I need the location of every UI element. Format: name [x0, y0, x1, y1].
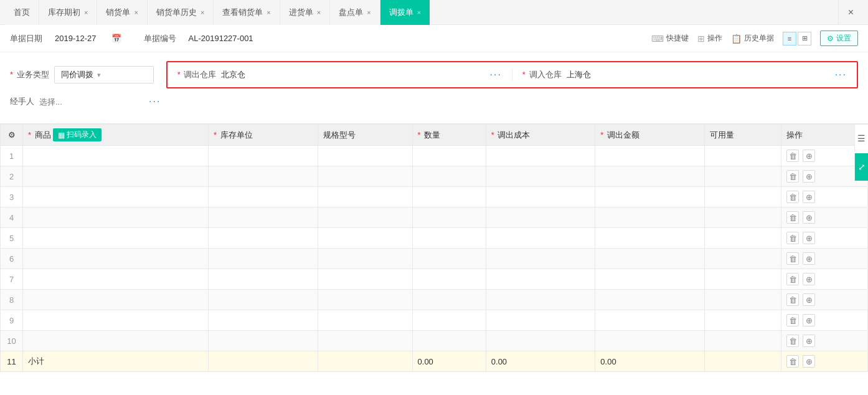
transfer-cost-cell[interactable]	[486, 228, 595, 249]
unit-cell[interactable]	[209, 290, 318, 310]
available-cell[interactable]	[704, 207, 781, 228]
transfer-cost-cell[interactable]	[486, 290, 595, 310]
spec-cell[interactable]	[318, 166, 412, 187]
unit-cell[interactable]	[209, 207, 318, 228]
unit-cell[interactable]	[209, 331, 318, 351]
unit-cell[interactable]	[209, 310, 318, 331]
qty-cell[interactable]	[412, 166, 486, 187]
sidebar-export-icon[interactable]: ⤢	[854, 153, 868, 181]
delete-icon[interactable]: 🗑	[786, 211, 799, 224]
spec-cell[interactable]	[318, 228, 412, 249]
copy-icon[interactable]: ⊕	[803, 273, 815, 285]
copy-icon[interactable]: ⊕	[803, 191, 815, 203]
product-cell[interactable]	[23, 331, 209, 351]
copy-icon[interactable]: ⊕	[803, 293, 815, 306]
product-cell[interactable]	[23, 166, 209, 187]
business-type-select[interactable]: 同价调拨 ▾	[54, 66, 154, 83]
spec-cell[interactable]	[318, 269, 412, 290]
spec-cell[interactable]	[318, 249, 412, 269]
tab-purchase-order-close[interactable]: ×	[317, 9, 321, 16]
copy-icon[interactable]: ⊕	[803, 150, 815, 162]
delete-icon[interactable]: 🗑	[786, 232, 799, 244]
available-cell[interactable]	[704, 290, 781, 310]
handler-more-btn[interactable]: ···	[149, 96, 161, 107]
product-cell[interactable]	[23, 207, 209, 228]
transfer-cost-cell[interactable]	[486, 146, 595, 166]
transfer-amount-cell[interactable]	[595, 331, 705, 351]
tab-purchase-order[interactable]: 进货单 ×	[280, 0, 330, 25]
qty-cell[interactable]	[412, 228, 486, 249]
spec-cell[interactable]	[318, 146, 412, 166]
tab-home[interactable]: 首页	[5, 0, 39, 25]
delete-icon[interactable]: 🗑	[786, 293, 799, 306]
unit-cell[interactable]	[209, 249, 318, 269]
settings-button[interactable]: ⚙ 设置	[820, 31, 858, 46]
calendar-icon[interactable]: 📅	[111, 34, 121, 43]
tab-sales-history[interactable]: 销货单历史 ×	[148, 0, 214, 25]
tab-inventory-init[interactable]: 库存期初 ×	[39, 0, 97, 25]
view-list-btn[interactable]: ≡	[783, 32, 796, 45]
available-cell[interactable]	[704, 310, 781, 331]
transfer-amount-cell[interactable]	[595, 187, 705, 207]
shortcuts-btn[interactable]: ⌨ 快捷键	[651, 33, 689, 44]
available-cell[interactable]	[704, 331, 781, 351]
unit-cell[interactable]	[209, 146, 318, 166]
copy-icon[interactable]: ⊕	[803, 232, 815, 244]
transfer-cost-cell[interactable]	[486, 166, 595, 187]
handler-input[interactable]	[39, 97, 144, 107]
tab-view-sales[interactable]: 查看销货单 ×	[214, 0, 280, 25]
view-grid-btn[interactable]: ⊞	[798, 32, 811, 45]
product-cell[interactable]	[23, 269, 209, 290]
delete-icon[interactable]: 🗑	[786, 170, 799, 183]
transfer-amount-cell[interactable]	[595, 269, 705, 290]
delete-icon[interactable]: 🗑	[786, 273, 799, 285]
date-value[interactable]: 2019-12-27	[55, 34, 97, 43]
qty-cell[interactable]	[412, 310, 486, 331]
operations-btn[interactable]: ⊞ 操作	[697, 33, 722, 44]
warehouse-out-more-btn[interactable]: ···	[490, 69, 502, 80]
warehouse-in-more-btn[interactable]: ···	[835, 69, 847, 80]
qty-cell[interactable]	[412, 187, 486, 207]
transfer-amount-cell[interactable]	[595, 228, 705, 249]
tab-inventory-count-close[interactable]: ×	[367, 9, 370, 16]
product-cell[interactable]	[23, 249, 209, 269]
transfer-amount-cell[interactable]	[595, 166, 705, 187]
spec-cell[interactable]	[318, 331, 412, 351]
spec-cell[interactable]	[318, 310, 412, 331]
copy-icon[interactable]: ⊕	[803, 211, 815, 224]
copy-icon[interactable]: ⊕	[803, 170, 815, 183]
qty-cell[interactable]	[412, 249, 486, 269]
available-cell[interactable]	[704, 228, 781, 249]
unit-cell[interactable]	[209, 228, 318, 249]
qty-cell[interactable]	[412, 331, 486, 351]
product-cell[interactable]	[23, 187, 209, 207]
product-cell[interactable]	[23, 310, 209, 331]
transfer-cost-cell[interactable]	[486, 310, 595, 331]
spec-cell[interactable]	[318, 187, 412, 207]
warehouse-out-value[interactable]: 北京仓	[221, 69, 245, 80]
qty-cell[interactable]	[412, 269, 486, 290]
delete-icon[interactable]: 🗑	[786, 314, 799, 326]
delete-icon[interactable]: 🗑	[786, 191, 799, 203]
delete-icon[interactable]: 🗑	[786, 252, 799, 265]
copy-icon[interactable]: ⊕	[803, 314, 815, 326]
available-cell[interactable]	[704, 187, 781, 207]
warehouse-in-value[interactable]: 上海仓	[567, 69, 591, 80]
spec-cell[interactable]	[318, 290, 412, 310]
product-cell[interactable]	[23, 146, 209, 166]
transfer-amount-cell[interactable]	[595, 207, 705, 228]
gear-header[interactable]: ⚙	[1, 125, 23, 146]
history-btn[interactable]: 📋 历史单据	[731, 33, 774, 44]
transfer-amount-cell[interactable]	[595, 249, 705, 269]
tab-sales-order-close[interactable]: ×	[134, 9, 138, 16]
tab-sales-history-close[interactable]: ×	[200, 9, 204, 16]
tab-view-sales-close[interactable]: ×	[267, 9, 270, 16]
transfer-amount-cell[interactable]	[595, 290, 705, 310]
scan-button[interactable]: ▦ 扫码录入	[53, 128, 101, 141]
transfer-cost-cell[interactable]	[486, 187, 595, 207]
tab-sales-order[interactable]: 销货单 ×	[97, 0, 147, 25]
qty-cell[interactable]	[412, 290, 486, 310]
unit-cell[interactable]	[209, 187, 318, 207]
transfer-cost-cell[interactable]	[486, 269, 595, 290]
transfer-cost-cell[interactable]	[486, 207, 595, 228]
